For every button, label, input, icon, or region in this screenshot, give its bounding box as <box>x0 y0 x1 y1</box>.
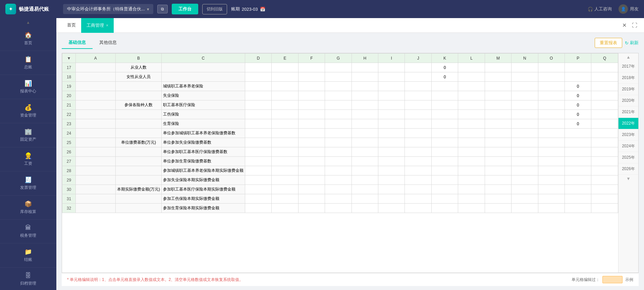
cell-k-30[interactable] <box>431 185 458 194</box>
cell-j-21[interactable] <box>405 100 431 110</box>
cell-b-19[interactable] <box>115 82 161 91</box>
cell-h-19[interactable] <box>352 82 378 91</box>
cell-g-24[interactable] <box>325 129 352 138</box>
cell-e-26[interactable] <box>272 147 298 157</box>
calendar-icon[interactable]: 📅 <box>260 7 265 12</box>
cell-e-30[interactable] <box>272 185 298 194</box>
cell-b-32[interactable] <box>115 204 161 213</box>
cell-d-28[interactable] <box>245 166 271 175</box>
cell-e-25[interactable] <box>272 138 298 147</box>
cell-i-22[interactable] <box>378 110 405 119</box>
cell-h-28[interactable] <box>352 166 378 175</box>
cell-k-28[interactable] <box>431 166 458 175</box>
cell-c-20[interactable]: 失业保险 <box>161 91 245 100</box>
cell-m-18[interactable] <box>485 72 511 82</box>
cell-e-28[interactable] <box>272 166 298 175</box>
cell-n-26[interactable] <box>512 147 538 157</box>
year-item-2023年[interactable]: 2023年 <box>619 129 638 141</box>
cell-m-17[interactable] <box>485 63 511 72</box>
cell-q-25[interactable] <box>591 138 618 147</box>
cell-e-31[interactable] <box>272 194 298 204</box>
cell-f-26[interactable] <box>298 147 325 157</box>
cell-h-32[interactable] <box>352 204 378 213</box>
cell-d-21[interactable] <box>245 100 271 110</box>
cell-i-20[interactable] <box>378 91 405 100</box>
cell-l-28[interactable] <box>458 166 485 175</box>
cell-p-17[interactable] <box>565 63 591 72</box>
cell-l-20[interactable] <box>458 91 485 100</box>
cell-c-32[interactable]: 参加生育保险本期实际缴费金额 <box>161 204 245 213</box>
cell-b-25[interactable]: 单位缴费基数(万元) <box>115 138 161 147</box>
close-window-button[interactable]: ✕ <box>621 21 628 30</box>
cell-m-26[interactable] <box>485 147 511 157</box>
cell-m-24[interactable] <box>485 129 511 138</box>
cell-d-26[interactable] <box>245 147 271 157</box>
cell-i-25[interactable] <box>378 138 405 147</box>
cell-p-31[interactable] <box>565 194 591 204</box>
cell-h-30[interactable] <box>352 185 378 194</box>
cell-e-29[interactable] <box>272 175 298 185</box>
cell-m-29[interactable] <box>485 175 511 185</box>
cell-i-32[interactable] <box>378 204 405 213</box>
cell-q-21[interactable] <box>591 100 618 110</box>
cell-l-30[interactable] <box>458 185 485 194</box>
cell-l-18[interactable] <box>458 72 485 82</box>
cell-p-27[interactable] <box>565 157 591 166</box>
cell-k-23[interactable] <box>431 119 458 129</box>
cell-h-20[interactable] <box>352 91 378 100</box>
year-item-2024年[interactable]: 2024年 <box>619 141 638 152</box>
cell-k-25[interactable] <box>431 138 458 147</box>
cell-q-29[interactable] <box>591 175 618 185</box>
cell-n-28[interactable] <box>512 166 538 175</box>
cell-n-25[interactable] <box>512 138 538 147</box>
cell-f-24[interactable] <box>298 129 325 138</box>
cell-c-24[interactable]: 单位参加城镇职工基本养老保险缴费基数 <box>161 129 245 138</box>
cell-l-24[interactable] <box>458 129 485 138</box>
cell-m-22[interactable] <box>485 110 511 119</box>
cell-f-27[interactable] <box>298 157 325 166</box>
cell-o-25[interactable] <box>538 138 565 147</box>
cell-e-21[interactable] <box>272 100 298 110</box>
cell-g-22[interactable] <box>325 110 352 119</box>
cell-f-18[interactable] <box>298 72 325 82</box>
cell-e-32[interactable] <box>272 204 298 213</box>
cell-o-26[interactable] <box>538 147 565 157</box>
cell-q-27[interactable] <box>591 157 618 166</box>
sidebar-item-tax[interactable]: 🏛 税务管理 <box>0 220 56 243</box>
cell-g-20[interactable] <box>325 91 352 100</box>
cell-j-22[interactable] <box>405 110 431 119</box>
cell-j-28[interactable] <box>405 166 431 175</box>
sidebar-item-home[interactable]: 🏠 首页 <box>0 27 56 51</box>
cell-m-27[interactable] <box>485 157 511 166</box>
cell-o-29[interactable] <box>538 175 565 185</box>
cell-i-23[interactable] <box>378 119 405 129</box>
cell-j-32[interactable] <box>405 204 431 213</box>
cell-c-25[interactable]: 单位参加失业保险缴费基数 <box>161 138 245 147</box>
cell-k-19[interactable] <box>431 82 458 91</box>
cell-d-29[interactable] <box>245 175 271 185</box>
cell-j-17[interactable] <box>405 63 431 72</box>
cell-f-23[interactable] <box>298 119 325 129</box>
cell-o-30[interactable] <box>538 185 565 194</box>
sidebar-item-invoice[interactable]: 🧾 发票管理 <box>0 171 56 196</box>
cell-a-22[interactable] <box>75 110 115 119</box>
cell-a-26[interactable] <box>75 147 115 157</box>
year-item-2020年[interactable]: 2020年 <box>619 95 638 106</box>
cell-m-21[interactable] <box>485 100 511 110</box>
cell-o-31[interactable] <box>538 194 565 204</box>
cell-i-29[interactable] <box>378 175 405 185</box>
cell-n-27[interactable] <box>512 157 538 166</box>
cell-b-30[interactable]: 本期实际缴费金额(万元) <box>115 185 161 194</box>
cell-o-27[interactable] <box>538 157 565 166</box>
workbench-button[interactable]: 工作台 <box>172 4 198 14</box>
cell-k-32[interactable] <box>431 204 458 213</box>
sub-tab-basic[interactable]: 基础信息 <box>62 37 93 49</box>
cell-b-29[interactable] <box>115 175 161 185</box>
company-selector[interactable]: 中审众环会计师事务所（特殊普通合伙... ▾ <box>63 4 153 14</box>
cell-l-31[interactable] <box>458 194 485 204</box>
sub-tab-other[interactable]: 其他信息 <box>93 37 123 49</box>
cell-l-29[interactable] <box>458 175 485 185</box>
cell-o-23[interactable] <box>538 119 565 129</box>
cell-i-27[interactable] <box>378 157 405 166</box>
cell-j-23[interactable] <box>405 119 431 129</box>
